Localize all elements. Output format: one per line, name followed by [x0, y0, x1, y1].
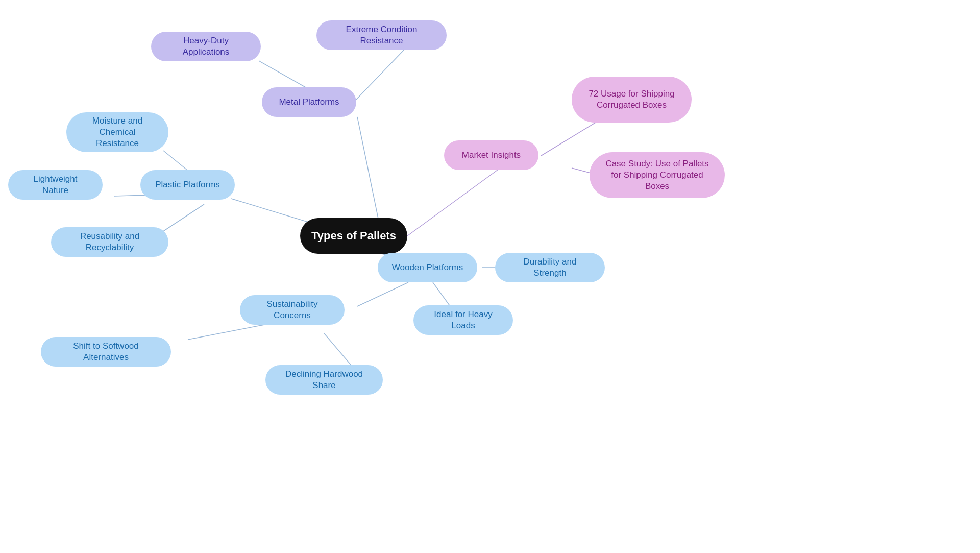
svg-line-13	[407, 168, 500, 236]
plastic-platforms-node[interactable]: Plastic Platforms	[140, 170, 235, 200]
reusability-node[interactable]: Reusability and Recyclability	[51, 227, 168, 257]
metal-platforms-node[interactable]: Metal Platforms	[262, 87, 356, 117]
case-study-node[interactable]: Case Study: Use of Pallets for Shipping …	[590, 152, 725, 198]
durability-node[interactable]: Durability and Strength	[495, 253, 605, 282]
declining-hardwood-node[interactable]: Declining Hardwood Share	[265, 365, 383, 395]
svg-line-2	[354, 48, 406, 102]
wooden-platforms-node[interactable]: Wooden Platforms	[378, 253, 477, 282]
center-node[interactable]: Types of Pallets	[300, 218, 407, 254]
usage-shipping-node[interactable]: 72 Usage for Shipping Corrugated Boxes	[572, 77, 692, 123]
svg-line-12	[324, 333, 353, 368]
market-insights-node[interactable]: Market Insights	[444, 140, 538, 170]
ideal-heavy-node[interactable]: Ideal for Heavy Loads	[413, 305, 513, 335]
svg-line-9	[433, 282, 450, 306]
heavy-duty-node[interactable]: Heavy-Duty Applications	[151, 32, 261, 61]
svg-line-10	[357, 282, 408, 306]
sustainability-node[interactable]: Sustainability Concerns	[240, 295, 345, 325]
moisture-node[interactable]: Moisture and Chemical Resistance	[66, 112, 168, 152]
svg-line-14	[541, 120, 600, 156]
extreme-condition-node[interactable]: Extreme Condition Resistance	[316, 20, 447, 50]
lightweight-node[interactable]: Lightweight Nature	[8, 170, 103, 200]
shift-softwood-node[interactable]: Shift to Softwood Alternatives	[41, 337, 171, 367]
